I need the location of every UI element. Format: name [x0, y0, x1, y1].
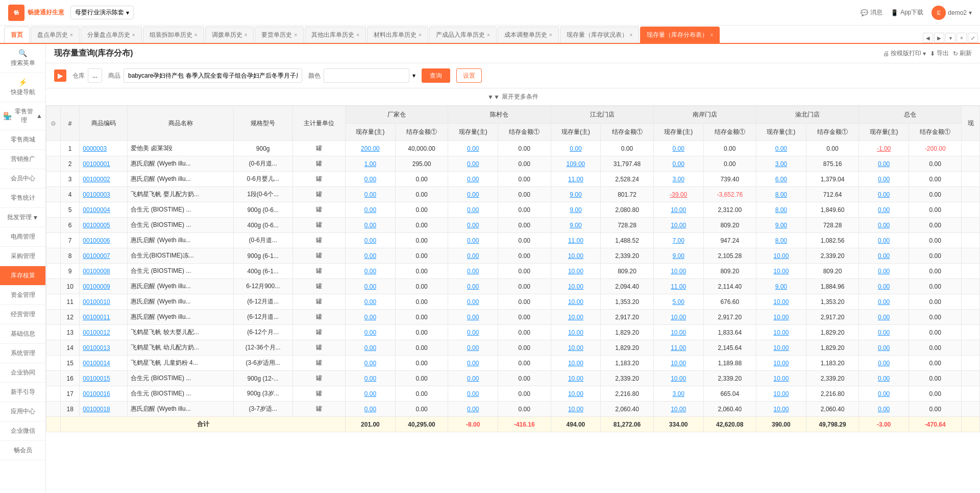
tab-home[interactable]: 首页 [4, 27, 30, 43]
td-total-qty[interactable]: 0.00 [859, 356, 909, 371]
td-na-qty[interactable]: 3.00 [653, 172, 703, 187]
tab-inventory-count[interactable]: 盘点单历史 × [31, 27, 80, 43]
td-jb-qty[interactable]: 11.00 [551, 172, 601, 187]
td-jb-qty[interactable]: 10.00 [551, 264, 601, 279]
tab-stock-status[interactable]: 现存量（库存状况表） × [560, 27, 640, 43]
tab-stock-distribution[interactable]: 现存量（库存分布表） × [640, 27, 720, 43]
tab-close-icon[interactable]: × [710, 32, 713, 38]
td-na-qty[interactable]: 10.00 [653, 310, 703, 325]
td-code[interactable]: 00100014 [80, 356, 128, 371]
td-yb-qty[interactable]: 0.00 [756, 141, 806, 156]
td-na-qty[interactable]: 3.00 [653, 386, 703, 402]
tab-close-icon[interactable]: × [244, 32, 248, 38]
sidebar-item-mall[interactable]: 零售商城 [0, 130, 45, 150]
td-yb-qty[interactable]: 10.00 [756, 340, 806, 356]
sidebar-item-guide[interactable]: 新手引导 [0, 383, 45, 402]
td-total-qty[interactable]: 0.00 [859, 218, 909, 233]
sidebar-item-wecom[interactable]: 企业微信 [0, 421, 45, 441]
td-code[interactable]: 00100012 [80, 325, 128, 340]
td-na-qty[interactable]: 10.00 [653, 202, 703, 218]
td-cc-qty[interactable]: 0.00 [448, 202, 498, 218]
tab-assembly[interactable]: 组装拆卸单历史 × [143, 27, 204, 43]
td-code[interactable]: 00100008 [80, 264, 128, 279]
td-total-qty[interactable]: 0.00 [859, 310, 909, 325]
sidebar-item-enterprise[interactable]: 企业协同 [0, 363, 45, 383]
sidebar-item-finance[interactable]: 资金管理 [0, 286, 45, 305]
td-na-qty[interactable]: 0.00 [653, 156, 703, 172]
tab-transfer[interactable]: 调拨单历史 × [205, 27, 254, 43]
td-code[interactable]: 00100001 [80, 156, 128, 172]
td-total-qty[interactable]: 0.00 [859, 371, 909, 386]
td-total-qty[interactable]: 0.00 [859, 325, 909, 340]
sidebar-item-quicknav[interactable]: ⚡ 快捷导航 [0, 73, 45, 102]
sidebar-item-search[interactable]: 🔍 搜索英单 [0, 44, 45, 73]
td-cf-qty[interactable]: 0.00 [346, 340, 396, 356]
td-cc-qty[interactable]: 0.00 [448, 340, 498, 356]
td-cf-qty[interactable]: 0.00 [346, 386, 396, 402]
td-cf-qty[interactable]: 0.00 [346, 279, 396, 294]
td-total-qty[interactable]: 0.00 [859, 264, 909, 279]
td-cf-qty[interactable]: 0.00 [346, 294, 396, 310]
td-cc-qty[interactable]: 0.00 [448, 294, 498, 310]
tab-requisition[interactable]: 要货单历史 × [255, 27, 304, 43]
tab-expand-btn[interactable]: ⤢ [968, 33, 978, 43]
tab-material-out[interactable]: 材料出库单历史 × [367, 27, 428, 43]
sidebar-item-retail-stats[interactable]: 零售统计 [0, 189, 45, 208]
td-code[interactable]: 00100016 [80, 386, 128, 402]
search-button[interactable]: 查询 [422, 68, 450, 83]
td-jb-qty[interactable]: 10.00 [551, 371, 601, 386]
td-code[interactable]: 00100011 [80, 310, 128, 325]
td-na-qty[interactable]: -39.00 [653, 187, 703, 202]
td-cc-qty[interactable]: 0.00 [448, 371, 498, 386]
td-yb-qty[interactable]: 3.00 [756, 156, 806, 172]
tab-close-icon[interactable]: × [549, 32, 552, 38]
tab-close-icon[interactable]: × [194, 32, 198, 38]
td-code[interactable]: 00100013 [80, 340, 128, 356]
tab-product-in[interactable]: 产成品入库单历史 × [429, 27, 497, 43]
td-cc-qty[interactable]: 0.00 [448, 264, 498, 279]
td-cf-qty[interactable]: 0.00 [346, 264, 396, 279]
td-code[interactable]: 00100010 [80, 294, 128, 310]
expand-btn[interactable]: ▶ [54, 69, 66, 82]
td-cf-qty[interactable]: 0.00 [346, 325, 396, 340]
td-yb-qty[interactable]: 10.00 [756, 402, 806, 417]
td-total-qty[interactable]: 0.00 [859, 402, 909, 417]
td-cc-qty[interactable]: 0.00 [448, 187, 498, 202]
td-total-qty[interactable]: 0.00 [859, 202, 909, 218]
tab-close-all-btn[interactable]: × [957, 33, 967, 43]
td-yb-qty[interactable]: 10.00 [756, 356, 806, 371]
td-jb-qty[interactable]: 11.00 [551, 233, 601, 248]
td-jb-qty[interactable]: 10.00 [551, 279, 601, 294]
td-cc-qty[interactable]: 0.00 [448, 218, 498, 233]
td-na-qty[interactable]: 7.00 [653, 233, 703, 248]
tab-menu-btn[interactable]: ▾ [945, 33, 955, 43]
td-cf-qty[interactable]: 0.00 [346, 187, 396, 202]
export-btn[interactable]: ⬇ 导出 [930, 49, 949, 58]
td-code[interactable]: 00100003 [80, 187, 128, 202]
td-na-qty[interactable]: 10.00 [653, 356, 703, 371]
td-jb-qty[interactable]: 9.00 [551, 202, 601, 218]
td-code[interactable]: 00100009 [80, 279, 128, 294]
td-yb-qty[interactable]: 10.00 [756, 294, 806, 310]
tab-partial-count[interactable]: 分量盘点单历史 × [81, 27, 142, 43]
td-total-qty[interactable]: 0.00 [859, 294, 909, 310]
td-total-qty[interactable]: 0.00 [859, 233, 909, 248]
message-btn[interactable]: 💬 消息 [861, 8, 883, 17]
td-na-qty[interactable]: 11.00 [653, 279, 703, 294]
td-yb-qty[interactable]: 10.00 [756, 310, 806, 325]
td-cc-qty[interactable]: 0.00 [448, 172, 498, 187]
sidebar-item-wholesale[interactable]: 批发管理 ▼ [0, 208, 45, 227]
td-na-qty[interactable]: 10.00 [653, 402, 703, 417]
td-jb-qty[interactable]: 9.00 [551, 187, 601, 202]
tab-close-icon[interactable]: × [630, 32, 633, 38]
td-code[interactable]: 00100002 [80, 172, 128, 187]
th-gear[interactable]: ⚙ [46, 106, 61, 141]
td-yb-qty[interactable]: 8.00 [756, 202, 806, 218]
print-btn[interactable]: 🖨 按模版打印 ▾ [883, 49, 926, 58]
goods-input[interactable] [124, 68, 302, 83]
td-cf-qty[interactable]: 0.00 [346, 310, 396, 325]
refresh-btn[interactable]: ↻ 刷新 [953, 49, 972, 58]
td-jb-qty[interactable]: 0.00 [551, 141, 601, 156]
td-cf-qty[interactable]: 0.00 [346, 202, 396, 218]
td-na-qty[interactable]: 10.00 [653, 371, 703, 386]
